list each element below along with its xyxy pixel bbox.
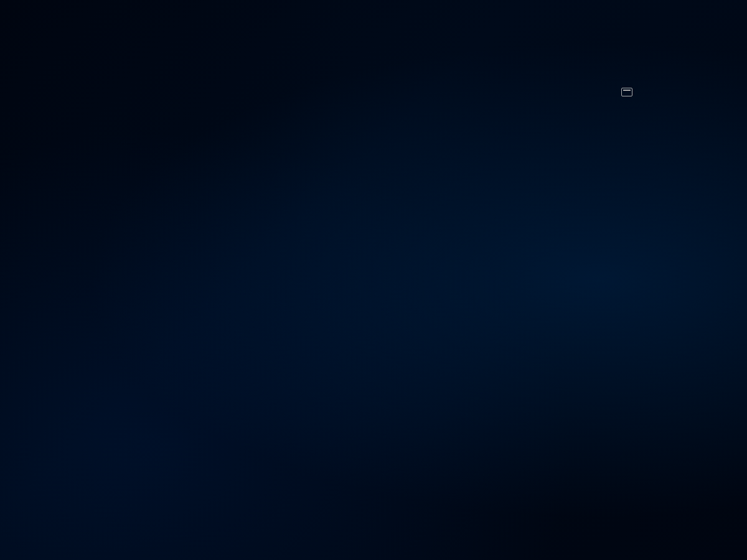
monitor-icon	[621, 88, 632, 96]
